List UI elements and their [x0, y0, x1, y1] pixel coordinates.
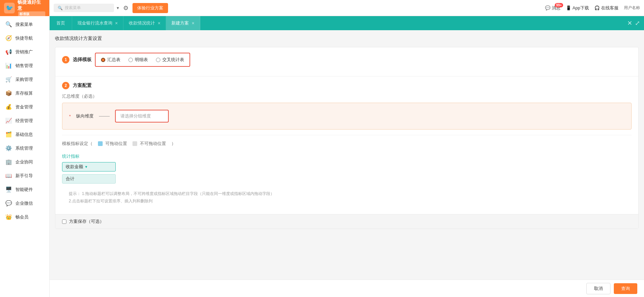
- tab-new-plan-label: 新建方案: [171, 20, 189, 26]
- sidebar-item-label: 快捷导航: [15, 35, 33, 41]
- close-window-icon[interactable]: ✕: [627, 19, 632, 27]
- sales-icon: 📊: [5, 62, 12, 69]
- system-icon: ⚙️: [5, 145, 12, 151]
- main-area: 🔍 搜索菜单 ▾ ⚙ 体验行业方案 💬 消息 99+ 📱 App下载 🎧 在线客…: [50, 0, 644, 297]
- template-radio-group: 汇总表 明细表 交叉统计表: [95, 53, 190, 67]
- config-card: 1 选择模板 汇总表 明细表 交叉统计表: [55, 47, 639, 229]
- radio-detail[interactable]: 明细表: [128, 57, 148, 63]
- required-star: *: [69, 114, 71, 119]
- sidebar-item-corp-collab[interactable]: 🏢 企业协同: [0, 155, 49, 169]
- sidebar-item-search[interactable]: 🔍 搜索菜单: [0, 17, 49, 31]
- sidebar-item-label: 资金管理: [15, 104, 33, 110]
- draggable-legend: 可拖动位置: [98, 141, 127, 147]
- fixed-dot: [132, 141, 137, 146]
- sidebar-item-marketing[interactable]: 📢 营销推广: [0, 45, 49, 59]
- nav-icon: 🧭: [5, 35, 12, 41]
- tab-collection-stats-close[interactable]: ×: [158, 20, 160, 26]
- metric-tag-amount[interactable]: 收款金额 ▾: [62, 162, 116, 171]
- sidebar-item-label: 销售管理: [15, 63, 33, 69]
- marketing-icon: 📢: [5, 49, 12, 55]
- dimension-selector[interactable]: 请选择分组维度: [115, 110, 169, 122]
- metric-subtag-total: 合计: [62, 174, 116, 184]
- tab-home[interactable]: 首页: [50, 16, 72, 30]
- app-name: 畅捷通好生意: [17, 0, 45, 11]
- sidebar-logo: 🐦 畅捷通好生意 标准版: [0, 0, 49, 16]
- download-label: App下载: [573, 5, 589, 11]
- step2-section: 2 方案配置 汇总维度（必选） * 纵向维度 —— 请选择分组维度: [55, 77, 638, 214]
- draggable-dot: [98, 141, 103, 146]
- metrics-header: 模板指标设定（ 可拖动位置 不可拖动位置 ）: [62, 141, 632, 147]
- tips-section: 提示： 1.拖动标题栏可以调整布局，不可跨维度或指标区域拖动栏目字段（只能在同一…: [62, 186, 632, 209]
- tab-new-plan[interactable]: 新建方案 ×: [166, 16, 200, 30]
- sidebar-item-label: 基础信息: [15, 132, 33, 138]
- tab-new-plan-close[interactable]: ×: [192, 20, 194, 26]
- search-icon: 🔍: [58, 6, 63, 10]
- sidebar-item-system[interactable]: ⚙️ 系统管理: [0, 141, 49, 155]
- operations-icon: 📈: [5, 117, 12, 124]
- metric-tag-arrow: ▾: [85, 164, 87, 169]
- sidebar-item-nav[interactable]: 🧭 快捷导航: [0, 31, 49, 45]
- cancel-button[interactable]: 取消: [586, 283, 610, 294]
- radio-summary-input[interactable]: [101, 58, 105, 62]
- tab-bar: 首页 现金银行流水查询 × 收款情况统计 × 新建方案 × ✕ ⤢: [50, 16, 644, 30]
- sidebar-item-member[interactable]: 👑 畅会员: [0, 210, 49, 224]
- search-menu-bar[interactable]: 🔍 搜索菜单: [54, 4, 114, 12]
- tab-bank-flow-label: 现金银行流水查询: [77, 20, 112, 26]
- sidebar-item-label: 企业协同: [15, 159, 33, 165]
- step2-num: 2: [62, 82, 69, 89]
- corp-collab-icon: 🏢: [5, 159, 12, 165]
- wechat-icon: 💬: [5, 200, 12, 206]
- sidebar-item-finance[interactable]: 💰 资金管理: [0, 100, 49, 114]
- radio-summary[interactable]: 汇总表: [101, 57, 120, 63]
- user-info[interactable]: 用户名称: [624, 5, 640, 11]
- draggable-label: 可拖动位置: [105, 141, 127, 147]
- sidebar-item-label: 新手引导: [15, 173, 33, 179]
- bottom-bar: 取消 查询: [50, 280, 644, 297]
- notification-btn[interactable]: 💬 消息 99+: [545, 5, 560, 11]
- member-icon: 👑: [5, 214, 12, 220]
- radio-cross-input[interactable]: [156, 58, 160, 62]
- tab-collection-stats-label: 收款情况统计: [129, 20, 155, 26]
- fixed-legend: 不可拖动位置: [132, 141, 166, 147]
- gear-icon[interactable]: ⚙: [122, 3, 130, 13]
- download-icon: 📱: [566, 5, 571, 10]
- query-button[interactable]: 查询: [614, 283, 637, 294]
- page-title: 收款情况统计方案设置: [55, 36, 639, 42]
- stats-section-label: 统计指标: [62, 153, 632, 159]
- download-btn[interactable]: 📱 App下载: [566, 5, 589, 11]
- sidebar-item-purchase[interactable]: 🛒 采购管理: [0, 72, 49, 86]
- radio-detail-input[interactable]: [128, 58, 133, 62]
- inventory-icon: 📦: [5, 90, 12, 96]
- sidebar-item-label: 营销推广: [15, 49, 33, 55]
- service-icon: 🎧: [594, 5, 600, 10]
- header-right: 💬 消息 99+ 📱 App下载 🎧 在线客服 用户名称: [545, 5, 640, 11]
- service-btn[interactable]: 🎧 在线客服: [594, 5, 619, 11]
- sidebar: 🐦 畅捷通好生意 标准版 🔍 搜索菜单 🧭 快捷导航 📢 营销推广 📊 销售管理…: [0, 0, 50, 297]
- tab-collection-stats[interactable]: 收款情况统计 ×: [123, 16, 166, 30]
- radio-cross[interactable]: 交叉统计表: [156, 57, 184, 63]
- metric-subtag-total-label: 合计: [66, 176, 74, 182]
- sidebar-item-hardware[interactable]: 🖥️ 智能硬件: [0, 183, 49, 196]
- purchase-icon: 🛒: [5, 76, 12, 83]
- notification-badge: 99+: [555, 3, 563, 7]
- sidebar-item-operations[interactable]: 📈 经营管理: [0, 114, 49, 128]
- sidebar-item-wechat[interactable]: 💬 企业微信: [0, 196, 49, 210]
- tab-bank-flow[interactable]: 现金银行流水查询 ×: [72, 16, 123, 30]
- search-placeholder: 搜索菜单: [65, 5, 81, 11]
- sidebar-item-label: 畅会员: [15, 214, 29, 220]
- sidebar-item-label: 采购管理: [15, 77, 33, 83]
- metrics-section: 模板指标设定（ 可拖动位置 不可拖动位置 ） 统计指标: [62, 135, 632, 186]
- dimension-row: * 纵向维度 —— 请选择分组维度: [69, 110, 625, 122]
- save-plan-checkbox[interactable]: [62, 219, 66, 224]
- radio-summary-label: 汇总表: [107, 57, 120, 63]
- maximize-window-icon[interactable]: ⤢: [635, 19, 640, 27]
- sidebar-item-sales[interactable]: 📊 销售管理: [0, 59, 49, 72]
- sidebar-item-guide[interactable]: 📖 新手引导: [0, 169, 49, 183]
- dropdown-icon[interactable]: ▾: [117, 5, 119, 10]
- trial-btn[interactable]: 体验行业方案: [132, 3, 168, 13]
- sidebar-item-inventory[interactable]: 📦 库存核算: [0, 86, 49, 100]
- sidebar-item-basic-info[interactable]: 🗂️ 基础信息: [0, 128, 49, 141]
- step1-num: 1: [62, 56, 69, 63]
- header: 🔍 搜索菜单 ▾ ⚙ 体验行业方案 💬 消息 99+ 📱 App下载 🎧 在线客…: [50, 0, 644, 16]
- tab-bank-flow-close[interactable]: ×: [115, 20, 118, 26]
